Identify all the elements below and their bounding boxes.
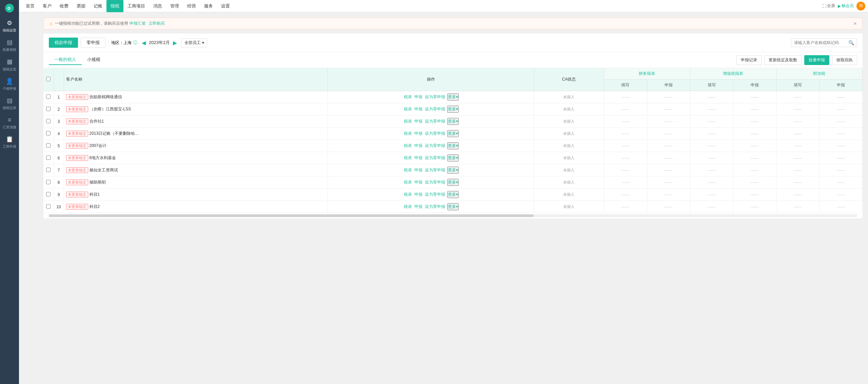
op-tax-form-4[interactable]: 税表 xyxy=(404,143,412,149)
sidebar-item-tax-settings[interactable]: ⚙ 报税设置 xyxy=(0,16,19,36)
sidebar-item-tax-records[interactable]: ▤ 报税记录 xyxy=(0,94,19,113)
row-checkbox-6[interactable] xyxy=(46,168,51,172)
op-zero-2[interactable]: 设为零申报 xyxy=(425,119,445,124)
op-tax-form-1[interactable]: 税表 xyxy=(404,106,412,112)
horizontal-scrollbar[interactable] xyxy=(43,213,863,218)
row-fin-declare-2: —— xyxy=(647,115,690,128)
retrieve-button[interactable]: 收取回执 xyxy=(832,55,857,65)
nav-accounting[interactable]: 记账 xyxy=(90,0,106,12)
op-zero-5[interactable]: 设为零申报 xyxy=(425,155,445,161)
member-button[interactable]: ▶ 畅会员 xyxy=(838,3,854,9)
op-tax-form-5[interactable]: 税表 xyxy=(404,155,412,161)
row-checkbox-3[interactable] xyxy=(46,131,51,135)
row-checkbox-7[interactable] xyxy=(46,180,51,184)
user-avatar[interactable]: 用 xyxy=(856,2,865,10)
row-checkbox-8[interactable] xyxy=(46,192,51,196)
op-zero-9[interactable]: 设为零申报 xyxy=(425,204,445,210)
row-checkbox-0[interactable] xyxy=(46,94,51,99)
op-zero-0[interactable]: 设为零申报 xyxy=(425,94,445,100)
op-declare-3[interactable]: 申报 xyxy=(414,131,422,136)
op-tax-form-6[interactable]: 税表 xyxy=(404,167,412,173)
staff-selector[interactable]: 全部员工 ▾ xyxy=(181,38,207,47)
app-logo[interactable]: ✿ xyxy=(0,0,19,16)
op-more-4[interactable]: 更多▾ xyxy=(447,142,459,149)
fullscreen-button[interactable]: ⛶ 全屏 xyxy=(822,3,835,9)
date-next-button[interactable]: ▶ xyxy=(171,39,179,46)
sidebar-item-batch-tax[interactable]: ▤ 批量报税 xyxy=(0,36,19,55)
tab-zero[interactable]: 零申报 xyxy=(81,38,105,48)
op-more-8[interactable]: 更多▾ xyxy=(447,191,459,198)
nav-service[interactable]: 服务 xyxy=(200,0,217,12)
op-zero-4[interactable]: 设为零申报 xyxy=(425,143,445,149)
op-declare-8[interactable]: 申报 xyxy=(414,192,422,197)
date-prev-button[interactable]: ◀ xyxy=(140,39,147,46)
declare-record-button[interactable]: 申报记录 xyxy=(736,55,762,65)
op-zero-1[interactable]: 设为零申报 xyxy=(425,106,445,112)
row-checkbox-4[interactable] xyxy=(46,143,51,148)
op-declare-4[interactable]: 申报 xyxy=(414,143,422,149)
op-zero-8[interactable]: 设为零申报 xyxy=(425,192,445,197)
nav-invoice[interactable]: 票据 xyxy=(73,0,90,12)
batch-declare-button[interactable]: 批量申报 xyxy=(804,55,829,65)
nav-admin[interactable]: 管理 xyxy=(166,0,183,12)
select-all-checkbox[interactable] xyxy=(46,77,51,81)
tab-declare[interactable]: 税款申报 xyxy=(49,38,78,48)
row-fin-declare-0: —— xyxy=(647,91,690,103)
nav-billing[interactable]: 收费 xyxy=(56,0,73,12)
op-tax-form-8[interactable]: 税表 xyxy=(404,192,412,197)
op-declare-0[interactable]: 申报 xyxy=(414,94,422,100)
row-checkbox-9[interactable] xyxy=(46,204,51,209)
notice-link2[interactable]: 立即购买 xyxy=(149,21,165,26)
op-tax-form-2[interactable]: 税表 xyxy=(404,119,412,124)
op-more-5[interactable]: 更多▾ xyxy=(447,154,459,162)
op-more-1[interactable]: 更多▾ xyxy=(447,106,459,113)
nav-operations[interactable]: 经营 xyxy=(183,0,200,12)
nav-client[interactable]: 客户 xyxy=(39,0,56,12)
location-info-icon[interactable]: ⓘ xyxy=(133,40,137,46)
op-tax-form-9[interactable]: 税表 xyxy=(404,204,412,210)
row-checkbox-5[interactable] xyxy=(46,155,51,160)
taxpayer-tab-small[interactable]: 小规模 xyxy=(82,55,106,65)
row-checkbox-1[interactable] xyxy=(46,107,51,111)
op-more-3[interactable]: 更多▾ xyxy=(447,130,459,137)
op-more-9[interactable]: 更多▾ xyxy=(447,203,459,210)
op-declare-9[interactable]: 申报 xyxy=(414,204,422,210)
row-tax-fill-8: —— xyxy=(690,189,733,201)
notice-close-button[interactable]: ✕ xyxy=(853,21,857,26)
op-more-6[interactable]: 更多▾ xyxy=(447,167,459,174)
op-tax-form-0[interactable]: 税表 xyxy=(404,94,412,100)
op-more-7[interactable]: 更多▾ xyxy=(447,179,459,186)
row-checkbox-2[interactable] xyxy=(46,119,51,123)
op-declare-5[interactable]: 申报 xyxy=(414,155,422,161)
op-declare-1[interactable]: 申报 xyxy=(414,106,422,112)
nav-settings[interactable]: 设置 xyxy=(217,0,234,12)
nav-tax[interactable]: 报税 xyxy=(106,0,123,12)
sidebar-item-personal-tax[interactable]: 👤 个税申报 xyxy=(0,74,19,94)
op-declare-7[interactable]: 申报 xyxy=(414,179,422,185)
update-quota-button[interactable]: 更新统定及取数 xyxy=(764,55,802,65)
op-tax-form-7[interactable]: 税表 xyxy=(404,179,412,185)
op-declare-2[interactable]: 申报 xyxy=(414,119,422,124)
sidebar-item-tax-overview[interactable]: ▦ 报税总览 xyxy=(0,55,19,74)
op-more-2[interactable]: 更多▾ xyxy=(447,118,459,125)
op-zero-3[interactable]: 设为零申报 xyxy=(425,131,445,136)
nav-home[interactable]: 首页 xyxy=(22,0,39,12)
nav-biz-projects[interactable]: 工商项目 xyxy=(123,0,149,12)
taxpayer-tab-general[interactable]: 一般的税人 xyxy=(49,55,82,65)
op-tax-form-3[interactable]: 税表 xyxy=(404,131,412,136)
scrollbar-thumb[interactable] xyxy=(49,214,534,217)
op-zero-7[interactable]: 设为零申报 xyxy=(425,179,445,185)
op-declare-6[interactable]: 申报 xyxy=(414,167,422,173)
row-fin-fill-0: —— xyxy=(604,91,647,103)
search-icon[interactable]: 🔍 xyxy=(848,40,854,45)
nav-messages[interactable]: 消息 xyxy=(149,0,166,12)
row-name-4: 未更新核定2007会计 xyxy=(64,140,328,152)
row-name-0: 未更新核定勿励新税网络通信 xyxy=(64,91,328,103)
client-search-input[interactable] xyxy=(794,40,848,45)
sidebar-item-calc-clear[interactable]: ≡ 汇算清缴 xyxy=(0,113,19,132)
row-no-5: 6 xyxy=(54,152,64,164)
op-more-0[interactable]: 更多▾ xyxy=(447,93,459,101)
notice-link1[interactable]: 申报汇签 xyxy=(130,21,146,26)
op-zero-6[interactable]: 设为零申报 xyxy=(425,167,445,173)
sidebar-item-biz-annual[interactable]: 📋 工商年报 xyxy=(0,132,19,152)
